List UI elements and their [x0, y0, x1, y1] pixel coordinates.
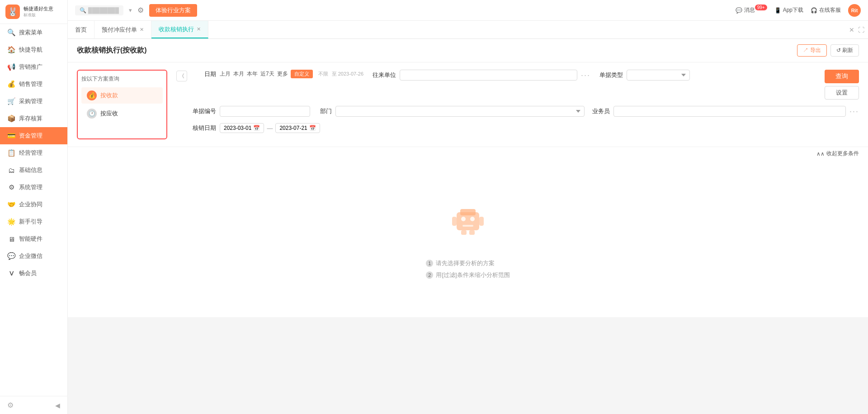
date-shortcut-this-month[interactable]: 本月 [233, 70, 244, 78]
filter-options-title: 按以下方案查询 [81, 75, 163, 83]
sidebar-label-basicinfo: 基础信息 [19, 166, 42, 174]
sidebar-label-guide: 新手引导 [19, 218, 42, 226]
tab-bar-actions: ✕ ⛶ [845, 21, 868, 38]
sidebar-bottom: ⚙ ◀ [0, 396, 67, 414]
sidebar: 🐰 畅捷通好生意 标准版 🔍 搜索菜单 🏠 快捷导航 📢 营销推广 💰 销售管理… [0, 0, 68, 414]
sidebar-item-enterprise[interactable]: 🤝 企业协同 [0, 196, 67, 213]
by-collection-label: 按收款 [100, 91, 118, 100]
sidebar-item-hardware[interactable]: 🖥 智能硬件 [0, 230, 67, 247]
calendar-end-icon[interactable]: 📅 [309, 125, 316, 131]
tip-num-2: 2 [426, 271, 433, 279]
sidebar-item-wechat[interactable]: 💬 企业微信 [0, 247, 67, 265]
sidebar-item-system[interactable]: ⚙ 系统管理 [0, 179, 67, 196]
search-icon: 🔍 [7, 29, 15, 37]
basicinfo-icon: 🗂 [7, 167, 15, 174]
verify-date-start-wrap[interactable]: 2023-03-01 📅 [220, 123, 264, 133]
query-button[interactable]: 查询 [825, 70, 859, 83]
staff-input[interactable] [613, 106, 846, 117]
svg-rect-1 [460, 209, 476, 215]
verify-date-end-wrap[interactable]: 2023-07-21 📅 [275, 123, 320, 133]
tab-collection[interactable]: 收款核销执行 ✕ [151, 21, 208, 38]
online-service-action[interactable]: 🎧 在线客服 [811, 6, 841, 14]
sidebar-item-quicknav[interactable]: 🏠 快捷导航 [0, 41, 67, 58]
sidebar-label-finance: 资金管理 [19, 132, 42, 140]
home-icon: 🏠 [7, 46, 15, 54]
dept-label: 部门 [317, 107, 332, 115]
sidebar-item-business[interactable]: 📋 经营管理 [0, 144, 67, 162]
counterpart-input[interactable] [400, 70, 577, 81]
sidebar-label-sales: 销售管理 [19, 80, 42, 88]
sidebar-menu: 🔍 搜索菜单 🏠 快捷导航 📢 营销推广 💰 销售管理 🛒 采购管理 📦 库存核… [0, 24, 67, 396]
refresh-button[interactable]: ↺ 刷新 [830, 44, 859, 57]
message-badge: 99+ [755, 5, 767, 10]
verify-date-end-value: 2023-07-21 [279, 125, 307, 131]
counterpart-dots[interactable]: ··· [581, 71, 590, 80]
voucher-no-input[interactable] [220, 106, 310, 117]
tab-collection-close[interactable]: ✕ [197, 26, 201, 32]
tab-prepay[interactable]: 预付冲应付单 ✕ [94, 21, 151, 38]
staff-dots[interactable]: ··· [849, 107, 859, 116]
collapse-more-button[interactable]: ∧∧ 收起更多条件 [816, 150, 859, 157]
sidebar-item-vip[interactable]: Ⅴ 畅会员 [0, 265, 67, 282]
sidebar-label-vip: 畅会员 [19, 269, 37, 277]
header-search-icon: 🔍 [80, 7, 86, 14]
industry-solution-button[interactable]: 体验行业方案 [149, 4, 197, 17]
message-action[interactable]: 💬 消息 99+ [736, 6, 767, 14]
date-shortcut-custom[interactable]: 自定义 [291, 70, 313, 78]
svg-rect-6 [479, 217, 484, 226]
verify-date-filter-field: 核销日期 2023-03-01 📅 — 2023-07-21 📅 [191, 123, 320, 133]
header-search-bar[interactable]: 🔍 ████████ [75, 5, 123, 15]
date-shortcut-7days[interactable]: 近7天 [260, 70, 274, 78]
sidebar-settings-icon[interactable]: ⚙ [7, 401, 14, 409]
app-name: 畅捷通好生意 [24, 5, 53, 12]
date-shortcut-this-year[interactable]: 本年 [247, 70, 258, 78]
sidebar-label-inventory: 库存核算 [19, 114, 42, 123]
filter-option-by-collection[interactable]: 💰 按收款 [81, 87, 163, 104]
marketing-icon: 📢 [7, 63, 15, 71]
user-avatar[interactable]: Rit [848, 4, 861, 17]
empty-robot-svg [445, 196, 491, 242]
svg-rect-7 [461, 230, 467, 235]
hardware-icon: 🖥 [7, 235, 15, 243]
tab-prepay-close[interactable]: ✕ [140, 27, 144, 33]
settings-button[interactable]: 设置 [825, 86, 859, 100]
app-download-action[interactable]: 📱 App下载 [774, 6, 803, 14]
calendar-start-icon[interactable]: 📅 [253, 125, 260, 131]
export-button[interactable]: ↗ 导出 [797, 44, 826, 57]
date-to-label: 至 2023-07-26 [332, 71, 363, 77]
sidebar-collapse-icon[interactable]: ◀ [55, 402, 60, 409]
tab-expand-icon[interactable]: ⛶ [858, 26, 864, 33]
filter-row-2: 单据编号 部门 业务员 ··· [191, 106, 859, 117]
empty-tips: 1 请先选择要分析的方案 2 用[过滤]条件来缩小分析范围 [426, 257, 509, 281]
sidebar-item-search[interactable]: 🔍 搜索菜单 [0, 24, 67, 41]
empty-tip-1: 1 请先选择要分析的方案 [426, 257, 509, 269]
sidebar-item-finance[interactable]: 💳 资金管理 [0, 127, 67, 144]
finance-icon: 💳 [7, 132, 15, 140]
sidebar-label-search: 搜索菜单 [19, 29, 42, 37]
filter-option-by-receivable[interactable]: 🕐 按应收 [81, 105, 163, 122]
sidebar-item-inventory[interactable]: 📦 库存核算 [0, 110, 67, 127]
header-search-blur: ████████ [88, 7, 119, 14]
filter-row-3: 核销日期 2023-03-01 📅 — 2023-07-21 📅 [191, 123, 859, 133]
voucher-type-select[interactable] [627, 70, 690, 81]
sidebar-item-guide[interactable]: 🌟 新手引导 [0, 213, 67, 230]
by-receivable-label: 按应收 [100, 109, 118, 118]
counterpart-filter-field: 往来单位 ··· [371, 70, 590, 81]
verify-date-label: 核销日期 [191, 124, 216, 132]
by-receivable-icon: 🕐 [87, 109, 97, 119]
verify-date-range: 2023-03-01 📅 — 2023-07-21 📅 [220, 123, 320, 133]
header-dropdown-icon[interactable]: ▾ [129, 7, 132, 14]
tab-close-all-icon[interactable]: ✕ [849, 26, 854, 33]
refresh-icon: ↺ [836, 47, 842, 53]
sidebar-item-marketing[interactable]: 📢 营销推广 [0, 58, 67, 76]
date-no-limit: 不限 [318, 71, 328, 77]
tab-home[interactable]: 首页 [68, 21, 94, 38]
header-gear-icon[interactable]: ⚙ [137, 6, 144, 14]
sidebar-item-sales[interactable]: 💰 销售管理 [0, 76, 67, 93]
dept-select[interactable] [335, 106, 585, 117]
sidebar-item-purchase[interactable]: 🛒 采购管理 [0, 93, 67, 110]
sidebar-item-basicinfo[interactable]: 🗂 基础信息 [0, 162, 67, 179]
filter-collapse-button[interactable]: 《 [176, 71, 187, 81]
date-shortcut-last-month[interactable]: 上月 [220, 70, 231, 78]
date-shortcut-more[interactable]: 更多 [277, 70, 288, 78]
